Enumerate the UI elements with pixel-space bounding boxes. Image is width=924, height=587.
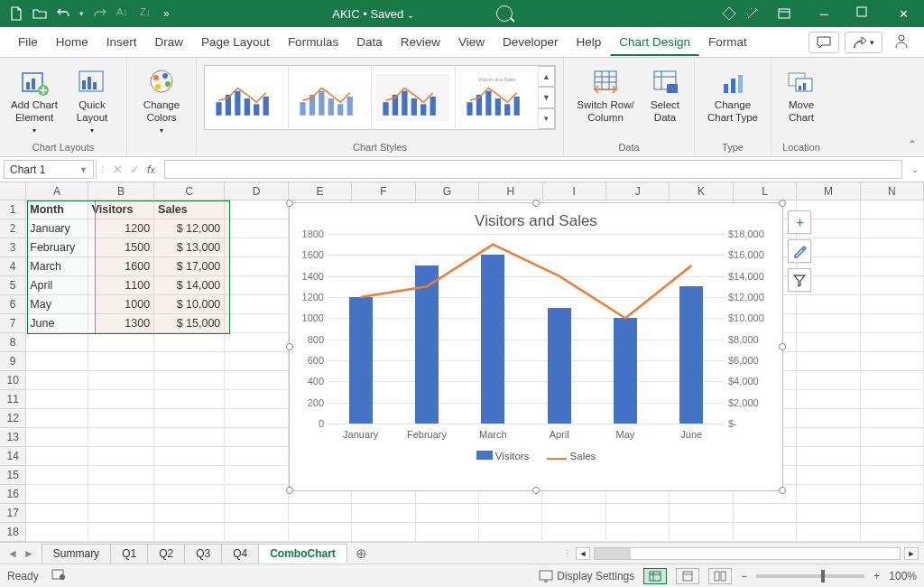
change-chart-type-button[interactable]: Change Chart Type: [702, 65, 763, 126]
open-folder-icon[interactable]: [32, 6, 47, 21]
cell[interactable]: [289, 504, 352, 523]
cell[interactable]: [734, 523, 797, 542]
cell[interactable]: [797, 428, 860, 447]
cell[interactable]: [861, 238, 924, 257]
row-header[interactable]: 4: [0, 257, 26, 276]
col-header[interactable]: G: [416, 182, 479, 200]
row-header[interactable]: 12: [0, 409, 26, 428]
menu-chart-design[interactable]: Chart Design: [610, 29, 699, 56]
cell[interactable]: [670, 523, 733, 542]
cell[interactable]: 1100: [88, 276, 154, 295]
cell[interactable]: [861, 314, 924, 333]
col-header[interactable]: M: [797, 182, 860, 200]
col-header[interactable]: F: [352, 182, 415, 200]
cell[interactable]: [797, 466, 860, 485]
redo-icon[interactable]: [93, 6, 107, 21]
formula-input[interactable]: [164, 160, 902, 179]
sheet-tab-q4[interactable]: Q4: [221, 544, 259, 564]
row-header[interactable]: 18: [0, 523, 26, 542]
cell[interactable]: [225, 295, 288, 314]
comments-button[interactable]: [808, 32, 839, 53]
name-box[interactable]: Chart 1▼: [4, 160, 94, 179]
cell[interactable]: [88, 333, 154, 352]
cell[interactable]: [88, 485, 154, 504]
cell[interactable]: [26, 333, 88, 352]
cell[interactable]: [88, 352, 154, 371]
cell[interactable]: [26, 352, 88, 371]
page-layout-view-button[interactable]: [676, 568, 699, 584]
cell[interactable]: [154, 504, 225, 523]
cell[interactable]: [861, 504, 924, 523]
cell[interactable]: [88, 466, 154, 485]
cell[interactable]: [606, 504, 670, 523]
cell[interactable]: [797, 523, 860, 542]
cell[interactable]: [26, 523, 88, 542]
cell[interactable]: [797, 504, 860, 523]
collapse-ribbon-icon[interactable]: ⌃: [908, 138, 917, 151]
cell[interactable]: [797, 390, 860, 409]
cell[interactable]: [26, 409, 88, 428]
cell[interactable]: 1500: [88, 238, 154, 257]
cell[interactable]: [26, 390, 88, 409]
row-header[interactable]: 7: [0, 314, 26, 333]
embedded-chart[interactable]: ＋ Visitors and Sales 0$-200$2,000400$4,0…: [289, 202, 783, 491]
col-header[interactable]: J: [606, 182, 670, 200]
zoom-in-button[interactable]: +: [873, 570, 880, 582]
cell[interactable]: June: [26, 314, 88, 333]
cell[interactable]: [797, 485, 860, 504]
line-series[interactable]: [361, 245, 692, 319]
col-header[interactable]: H: [479, 182, 542, 200]
cell[interactable]: [352, 504, 415, 523]
sheet-tab-q1[interactable]: Q1: [110, 544, 148, 564]
col-header[interactable]: L: [734, 182, 797, 200]
select-data-button[interactable]: Select Data: [643, 65, 687, 126]
cell[interactable]: [225, 276, 288, 295]
menu-data[interactable]: Data: [347, 29, 392, 56]
cell[interactable]: [88, 371, 154, 390]
search-icon[interactable]: [496, 5, 513, 22]
cell[interactable]: $ 12,000: [154, 219, 225, 238]
row-header[interactable]: 3: [0, 238, 26, 257]
row-header[interactable]: 11: [0, 390, 26, 409]
cell[interactable]: $ 10,000: [154, 295, 225, 314]
cell[interactable]: 1300: [88, 314, 154, 333]
cell[interactable]: [797, 371, 860, 390]
menu-format[interactable]: Format: [699, 29, 756, 56]
row-header[interactable]: 13: [0, 428, 26, 447]
cell[interactable]: [352, 523, 415, 542]
menu-draw[interactable]: Draw: [146, 29, 193, 56]
cell[interactable]: 1600: [88, 257, 154, 276]
cell[interactable]: [225, 390, 288, 409]
cell[interactable]: [225, 371, 288, 390]
page-break-view-button[interactable]: [708, 568, 732, 584]
row-header[interactable]: 8: [0, 333, 26, 352]
menu-review[interactable]: Review: [392, 29, 449, 56]
cell[interactable]: January: [26, 219, 88, 238]
cell[interactable]: [861, 523, 924, 542]
ribbon-mode-icon[interactable]: [769, 0, 799, 27]
cell[interactable]: [88, 504, 154, 523]
menu-developer[interactable]: Developer: [494, 29, 568, 56]
menu-view[interactable]: View: [449, 29, 494, 56]
cell[interactable]: [861, 352, 924, 371]
sheet-tab-combochart[interactable]: ComboChart: [258, 544, 347, 564]
horizontal-scrollbar[interactable]: [594, 547, 901, 560]
gallery-more-icon[interactable]: ▾: [539, 108, 555, 129]
cell[interactable]: [861, 333, 924, 352]
macro-record-icon[interactable]: [51, 568, 66, 583]
cell[interactable]: [225, 257, 288, 276]
cell[interactable]: [154, 428, 225, 447]
cell[interactable]: [861, 447, 924, 466]
gallery-down-icon[interactable]: ▼: [539, 87, 555, 107]
menu-insert[interactable]: Insert: [97, 29, 146, 56]
cell[interactable]: [26, 466, 88, 485]
cell[interactable]: [225, 485, 288, 504]
cell[interactable]: [797, 352, 860, 371]
cell[interactable]: [154, 447, 225, 466]
cell[interactable]: [225, 333, 288, 352]
cell[interactable]: [225, 219, 288, 238]
add-sheet-button[interactable]: ⊕: [346, 545, 376, 562]
cell[interactable]: April: [26, 276, 88, 295]
col-header[interactable]: D: [225, 182, 288, 200]
cell[interactable]: Sales: [154, 200, 225, 219]
